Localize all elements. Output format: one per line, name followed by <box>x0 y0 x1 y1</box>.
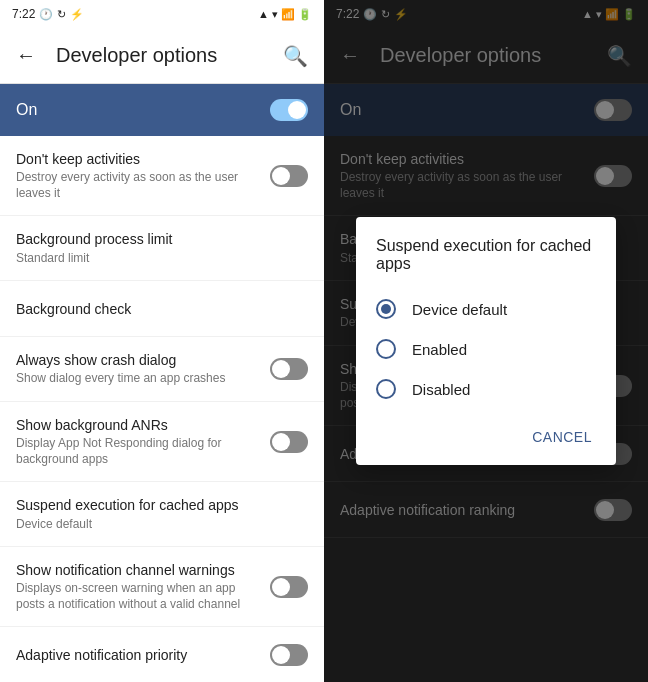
toggle-4[interactable] <box>270 431 308 453</box>
toggle-knob-7 <box>272 646 290 664</box>
setting-title-7: Adaptive notification priority <box>16 646 258 664</box>
toggle-0[interactable] <box>270 165 308 187</box>
setting-item-4[interactable]: Show background ANRsDisplay App Not Resp… <box>0 402 324 482</box>
clock-icon: 🕐 <box>39 8 53 21</box>
setting-text-1: Background process limitStandard limit <box>16 230 296 266</box>
dialog-option-enabled[interactable]: Enabled <box>356 329 616 369</box>
toggle-knob-6 <box>272 578 290 596</box>
bolt-icon: ⚡ <box>70 8 84 21</box>
refresh-icon: ↻ <box>57 8 66 21</box>
setting-text-4: Show background ANRsDisplay App Not Resp… <box>16 416 258 467</box>
toggle-3[interactable] <box>270 358 308 380</box>
setting-text-3: Always show crash dialogShow dialog ever… <box>16 351 258 387</box>
dialog-cancel-button[interactable]: Cancel <box>520 421 604 453</box>
setting-subtitle-6: Displays on-screen warning when an app p… <box>16 581 258 612</box>
settings-list-left: Don't keep activitiesDestroy every activ… <box>0 136 324 682</box>
setting-item-6[interactable]: Show notification channel warningsDispla… <box>0 547 324 627</box>
setting-title-5: Suspend execution for cached apps <box>16 496 296 514</box>
setting-text-5: Suspend execution for cached appsDevice … <box>16 496 296 532</box>
setting-subtitle-4: Display App Not Responding dialog for ba… <box>16 436 258 467</box>
radio-inner-device-default <box>381 304 391 314</box>
time-left: 7:22 <box>12 7 35 21</box>
setting-item-2[interactable]: Background check <box>0 281 324 337</box>
back-button-left[interactable]: ← <box>8 36 44 75</box>
radio-device-default <box>376 299 396 319</box>
wifi-icon: ▾ <box>272 8 278 21</box>
toggle-6[interactable] <box>270 576 308 598</box>
dialog-title: Suspend execution for cached apps <box>356 237 616 289</box>
battery-icon: 🔋 <box>298 8 312 21</box>
setting-item-1[interactable]: Background process limitStandard limit <box>0 216 324 281</box>
on-toggle-left[interactable] <box>270 99 308 121</box>
radio-enabled <box>376 339 396 359</box>
signal-icon: ▲ <box>258 8 269 20</box>
toggle-knob-3 <box>272 360 290 378</box>
dialog-option-label-enabled: Enabled <box>412 341 467 358</box>
setting-text-2: Background check <box>16 300 296 318</box>
setting-text-0: Don't keep activitiesDestroy every activ… <box>16 150 258 201</box>
search-button-left[interactable]: 🔍 <box>275 36 316 76</box>
page-title-left: Developer options <box>56 44 267 67</box>
status-left: 7:22 🕐 ↻ ⚡ <box>12 7 84 21</box>
right-panel-wrapper: 7:22 🕐 ↻ ⚡ ▲ ▾ 📶 🔋 ← Developer options 🔍… <box>324 0 648 682</box>
setting-item-7[interactable]: Adaptive notification priority <box>0 627 324 682</box>
setting-subtitle-5: Device default <box>16 517 296 533</box>
radio-disabled <box>376 379 396 399</box>
setting-text-6: Show notification channel warningsDispla… <box>16 561 258 612</box>
left-panel: 7:22 🕐 ↻ ⚡ ▲ ▾ 📶 🔋 ← Developer options 🔍… <box>0 0 324 682</box>
toggle-knob-0 <box>272 167 290 185</box>
dialog-overlay: Suspend execution for cached apps Device… <box>324 0 648 682</box>
toolbar-left: ← Developer options 🔍 <box>0 28 324 84</box>
setting-title-4: Show background ANRs <box>16 416 258 434</box>
setting-title-1: Background process limit <box>16 230 296 248</box>
on-bar-left: On <box>0 84 324 136</box>
dialog-option-device-default[interactable]: Device default <box>356 289 616 329</box>
dialog: Suspend execution for cached apps Device… <box>356 217 616 465</box>
setting-subtitle-0: Destroy every activity as soon as the us… <box>16 170 258 201</box>
setting-item-3[interactable]: Always show crash dialogShow dialog ever… <box>0 337 324 402</box>
setting-title-6: Show notification channel warnings <box>16 561 258 579</box>
toggle-knob-4 <box>272 433 290 451</box>
setting-text-7: Adaptive notification priority <box>16 646 258 664</box>
setting-subtitle-3: Show dialog every time an app crashes <box>16 371 258 387</box>
setting-title-3: Always show crash dialog <box>16 351 258 369</box>
setting-item-5[interactable]: Suspend execution for cached appsDevice … <box>0 482 324 547</box>
dialog-option-label-device-default: Device default <box>412 301 507 318</box>
setting-title-0: Don't keep activities <box>16 150 258 168</box>
toggle-7[interactable] <box>270 644 308 666</box>
setting-title-2: Background check <box>16 300 296 318</box>
on-toggle-knob-left <box>288 101 306 119</box>
on-label-left: On <box>16 101 37 119</box>
dialog-option-label-disabled: Disabled <box>412 381 470 398</box>
status-right: ▲ ▾ 📶 🔋 <box>258 8 312 21</box>
setting-item-0[interactable]: Don't keep activitiesDestroy every activ… <box>0 136 324 216</box>
wifi2-icon: 📶 <box>281 8 295 21</box>
dialog-option-disabled[interactable]: Disabled <box>356 369 616 409</box>
setting-subtitle-1: Standard limit <box>16 251 296 267</box>
status-bar-left: 7:22 🕐 ↻ ⚡ ▲ ▾ 📶 🔋 <box>0 0 324 28</box>
dialog-actions: Cancel <box>356 413 616 457</box>
